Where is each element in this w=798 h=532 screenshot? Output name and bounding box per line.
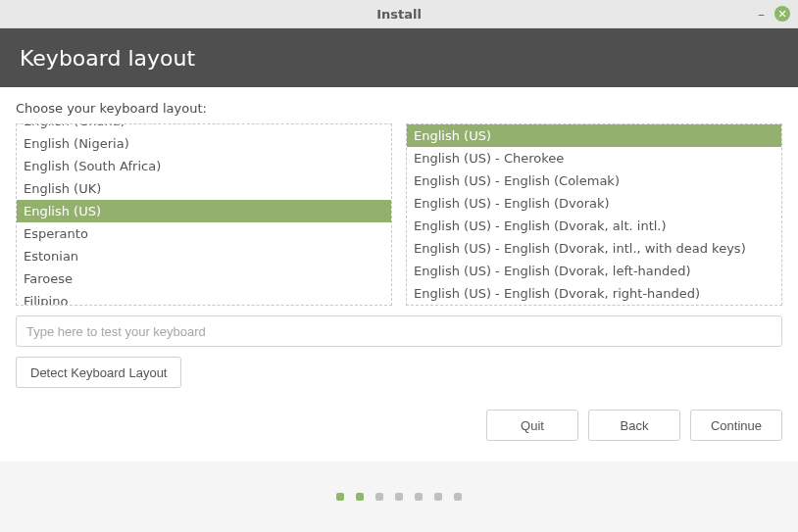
page-header: Keyboard layout <box>0 28 798 87</box>
layouts-listbox[interactable]: English (Ghana)English (Nigeria)English … <box>16 123 392 306</box>
layout-item[interactable]: Estonian <box>17 245 391 267</box>
progress-step <box>434 493 442 501</box>
titlebar: Install – ✕ <box>0 0 798 28</box>
variant-item[interactable]: English (US) - English (Dvorak) <box>407 192 781 215</box>
variant-item[interactable]: English (US) - Cherokee <box>407 147 781 169</box>
back-button[interactable]: Back <box>588 410 680 441</box>
prompt-label: Choose your keyboard layout: <box>16 101 782 116</box>
continue-button[interactable]: Continue <box>690 410 782 441</box>
progress-step <box>356 493 364 501</box>
lists-row: English (Ghana)English (Nigeria)English … <box>16 123 782 306</box>
page-title: Keyboard layout <box>20 46 195 71</box>
layout-item[interactable]: Esperanto <box>17 222 391 245</box>
quit-button[interactable]: Quit <box>486 410 578 441</box>
variant-item[interactable]: English (US) <box>407 124 781 147</box>
variants-listbox[interactable]: English (US)English (US) - CherokeeEngli… <box>406 123 782 306</box>
keyboard-test-input[interactable] <box>16 315 782 347</box>
layout-item[interactable]: English (US) <box>17 200 391 222</box>
detect-keyboard-button[interactable]: Detect Keyboard Layout <box>16 357 181 388</box>
minimize-icon[interactable]: – <box>758 7 765 21</box>
variant-item[interactable]: English (US) - English (Dvorak, intl., w… <box>407 237 781 260</box>
layout-item[interactable]: English (Nigeria) <box>17 132 391 155</box>
layout-item[interactable]: Filipino <box>17 290 391 306</box>
layout-item[interactable]: English (South Africa) <box>17 155 391 177</box>
variant-item[interactable]: English (US) - English (Dvorak, right-ha… <box>407 282 781 305</box>
progress-step <box>454 493 462 501</box>
layout-item[interactable]: Faroese <box>17 267 391 290</box>
progress-footer <box>0 461 798 532</box>
window-title: Install <box>0 7 798 22</box>
progress-step <box>415 493 423 501</box>
content-area: Choose your keyboard layout: English (Gh… <box>0 87 798 388</box>
variant-item[interactable]: English (US) - English (Dvorak, left-han… <box>407 260 781 282</box>
progress-step <box>336 493 344 501</box>
nav-buttons: Quit Back Continue <box>0 388 798 441</box>
layout-item[interactable]: English (UK) <box>17 177 391 200</box>
variant-item[interactable]: English (US) - English (Colemak) <box>407 169 781 192</box>
close-icon[interactable]: ✕ <box>774 6 790 22</box>
window-controls: – ✕ <box>758 0 790 27</box>
progress-step <box>375 493 383 501</box>
layout-item[interactable]: English (Ghana) <box>17 123 391 132</box>
progress-step <box>395 493 403 501</box>
variant-item[interactable]: English (US) - English (Dvorak, alt. int… <box>407 215 781 237</box>
